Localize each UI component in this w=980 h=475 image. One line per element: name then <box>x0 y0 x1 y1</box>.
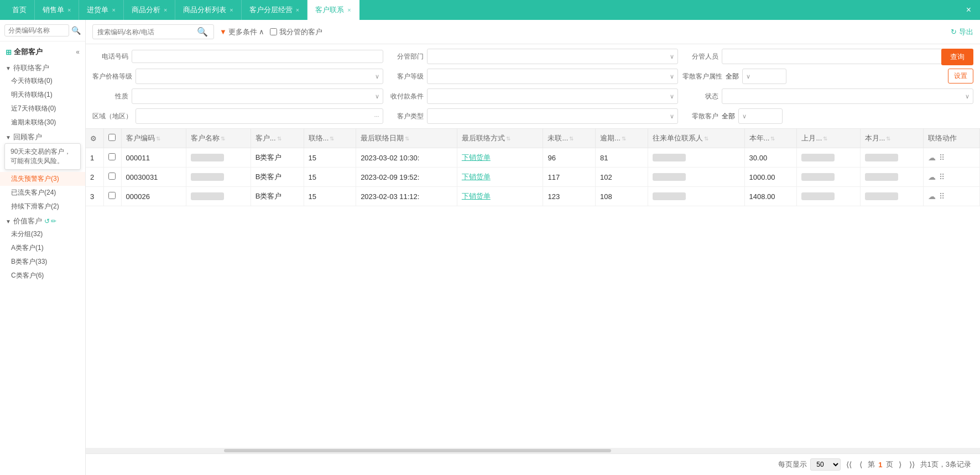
close-icon[interactable]: × <box>296 7 299 13</box>
zero-customer-select[interactable]: ∨ <box>738 108 783 124</box>
my-customers-checkbox-label[interactable]: 我分管的客户 <box>270 27 322 37</box>
more-action-icon[interactable]: ⠿ <box>939 173 945 181</box>
sidebar-item-c-class[interactable]: C类客户(6) <box>0 269 85 283</box>
th-code[interactable]: 客户编码⇅ <box>121 129 186 148</box>
sidebar-item-ungrouped[interactable]: 未分组(32) <box>0 227 85 241</box>
th-this-month[interactable]: 本月...⇅ <box>860 129 923 148</box>
person-select[interactable]: ··· <box>722 49 973 64</box>
customer-level-select[interactable]: ∨ <box>427 69 679 84</box>
more-action-icon[interactable]: ⠿ <box>939 192 945 201</box>
th-last-contact-date[interactable]: 最后联络日期⇅ <box>356 129 457 148</box>
close-icon[interactable]: × <box>164 7 167 13</box>
th-uncontact-days[interactable]: 未联...⇅ <box>543 129 596 148</box>
sidebar-item-churned[interactable]: 已流失客户(24) <box>0 186 85 200</box>
th-overdue-days[interactable]: 逾期...⇅ <box>596 129 648 148</box>
sidebar-item-tomorrow[interactable]: 明天待联络(1) <box>0 88 85 102</box>
export-button[interactable]: ↻ 导出 <box>951 27 973 37</box>
td-last-contact-method[interactable]: 下销货单 <box>457 187 543 206</box>
tooltip-review: 90天未交易的客户，可能有流失风险。 <box>4 143 81 170</box>
close-all-button[interactable]: × <box>962 5 976 15</box>
td-last-contact-method[interactable]: 下销货单 <box>457 148 543 168</box>
th-contact-person[interactable]: 往来单位联系人⇅ <box>648 129 744 148</box>
th-this-year[interactable]: 本年...⇅ <box>744 129 797 148</box>
status-select[interactable]: ∨ <box>722 88 973 104</box>
last-page-button[interactable]: ⟩⟩ <box>907 459 917 470</box>
page-size-select[interactable]: 50 20 100 <box>810 458 841 471</box>
sidebar-item-7days[interactable]: 近7天待联络(0) <box>0 102 85 116</box>
more-icon: ··· <box>374 113 379 119</box>
search-input[interactable] <box>97 28 197 36</box>
td-last-contact-method[interactable]: 下销货单 <box>457 168 543 187</box>
payment-select[interactable]: ∨ <box>427 88 679 104</box>
sidebar-group-value[interactable]: ▼ 价值客户 ↺ ✏ <box>0 213 85 227</box>
more-action-icon[interactable]: ⠿ <box>939 153 945 162</box>
sidebar-group-pending[interactable]: ▼ 待联络客户 <box>0 60 85 74</box>
blurred-person <box>653 154 686 161</box>
td-checkbox[interactable] <box>103 187 121 206</box>
tab-home[interactable]: 首页 <box>4 0 35 20</box>
search-button[interactable]: 🔍 <box>197 27 208 37</box>
first-page-button[interactable]: ⟨⟨ <box>844 459 854 470</box>
th-settings[interactable]: ⚙ <box>86 129 103 148</box>
close-icon[interactable]: × <box>230 7 233 13</box>
all-customers-header[interactable]: ⊞ 全部客户 « <box>0 44 85 60</box>
tab-analysis-list[interactable]: 商品分析列表 × <box>175 0 241 20</box>
td-checkbox[interactable] <box>103 148 121 168</box>
action-icons: ☁ ⠿ <box>928 173 975 181</box>
td-checkbox[interactable] <box>103 168 121 187</box>
dept-select[interactable]: ∨ <box>427 49 679 64</box>
tab-purchase[interactable]: 进货单 × <box>79 0 123 20</box>
area-select[interactable]: ··· <box>135 108 383 124</box>
nature-select[interactable]: ∨ <box>132 88 383 104</box>
th-checkbox[interactable] <box>103 129 121 148</box>
contact-action-icon[interactable]: ☁ <box>928 153 936 162</box>
action-icons: ☁ ⠿ <box>928 153 975 162</box>
row-checkbox[interactable] <box>108 192 116 199</box>
sidebar-item-declining[interactable]: 持续下滑客户(2) <box>0 200 85 213</box>
zero-attr-select[interactable]: ∨ <box>742 69 786 84</box>
th-contact-num[interactable]: 联络...⇅ <box>304 129 356 148</box>
sidebar-item-today[interactable]: 今天待联络(0) <box>0 74 85 88</box>
th-name[interactable]: 客户名称⇅ <box>186 129 251 148</box>
phone-input[interactable] <box>132 50 383 63</box>
contact-action-icon[interactable]: ☁ <box>928 173 936 181</box>
contact-method-link[interactable]: 下销货单 <box>462 192 491 200</box>
edit-icon[interactable]: ✏ <box>51 217 56 225</box>
row-checkbox[interactable] <box>108 173 116 180</box>
contact-action-icon[interactable]: ☁ <box>928 192 936 201</box>
th-last-contact-method[interactable]: 最后联络方式⇅ <box>457 129 543 148</box>
blurred-name <box>191 154 224 161</box>
contact-method-link[interactable]: 下销货单 <box>462 173 491 181</box>
tab-analysis[interactable]: 商品分析 × <box>124 0 175 20</box>
sidebar-item-churn-warning[interactable]: 流失预警客户(3) <box>0 172 85 186</box>
more-conditions-button[interactable]: ▼ 更多条件 ∧ <box>220 27 264 37</box>
horizontal-scrollbar[interactable] <box>86 448 980 453</box>
blurred-name <box>191 192 224 200</box>
sidebar-group-review[interactable]: ▼ 回顾客户 <box>0 129 85 143</box>
my-customers-checkbox[interactable] <box>270 28 277 35</box>
scrollbar-thumb[interactable] <box>224 449 611 452</box>
close-icon[interactable]: × <box>347 7 351 13</box>
contact-method-link[interactable]: 下销货单 <box>462 153 491 161</box>
close-icon[interactable]: × <box>112 7 115 13</box>
settings-button[interactable]: 设置 <box>948 69 973 83</box>
query-button[interactable]: 查询 <box>941 49 973 65</box>
sidebar-item-a-class[interactable]: A类客户(1) <box>0 241 85 255</box>
sidebar-search-input[interactable] <box>4 24 69 36</box>
price-level-select[interactable]: ∨ <box>135 69 383 84</box>
th-last-month[interactable]: 上月...⇅ <box>797 129 860 148</box>
prev-page-button[interactable]: ⟨ <box>857 459 864 470</box>
select-all-checkbox[interactable] <box>108 134 116 141</box>
tab-customer-contact[interactable]: 客户联系 × <box>307 0 359 20</box>
refresh-icon[interactable]: ↺ <box>44 217 50 225</box>
sidebar-item-b-class[interactable]: B类客户(33) <box>0 255 85 269</box>
arrow-icon: ▼ <box>6 218 11 225</box>
th-customer-type[interactable]: 客户...⇅ <box>251 129 304 148</box>
sidebar-item-overdue[interactable]: 逾期未联络(30) <box>0 116 85 129</box>
row-checkbox[interactable] <box>108 153 116 160</box>
customer-type-select[interactable]: ∨ <box>427 108 679 124</box>
next-page-button[interactable]: ⟩ <box>896 459 904 470</box>
close-icon[interactable]: × <box>67 7 71 13</box>
tab-sales[interactable]: 销售单 × <box>35 0 79 20</box>
tab-customer-layer[interactable]: 客户分层经营 × <box>242 0 307 20</box>
